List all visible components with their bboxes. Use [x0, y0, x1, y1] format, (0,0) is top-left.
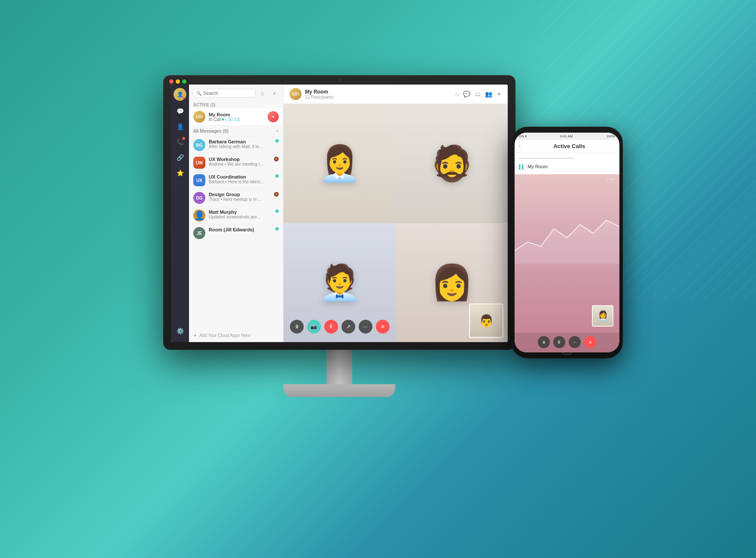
header-home-icon[interactable]: ⌂ [455, 91, 459, 97]
video-area: ⤢ ↗ 👩‍💼 [284, 104, 508, 342]
end-call-btn[interactable]: ✕ [376, 320, 390, 334]
msg-preview: Updated screenshots are... [209, 215, 265, 219]
more-button[interactable]: ··· [359, 320, 372, 334]
phone-mic-button[interactable]: 🎙 [553, 336, 565, 348]
msg-name: Barbara German [209, 139, 272, 144]
list-item[interactable]: BG Barbara German After talking with Mat… [189, 136, 283, 154]
video-grid-bottom: 🧑‍💼 ⏸ 📷 🎙 ↗ ··· ✕ [284, 223, 508, 343]
active-room-avatar: MR [193, 111, 205, 123]
msg-preview: Andrew • We are meeting in the big conf.… [209, 162, 265, 167]
active-room-name: My Room [209, 112, 264, 117]
phone-chart-svg [515, 174, 619, 301]
unread-badge [275, 227, 279, 230]
phone-nav-title: Active Calls [524, 143, 615, 149]
header-files-icon[interactable]: 🗂 [475, 91, 481, 97]
pause-button[interactable]: ⏸ [290, 320, 304, 334]
main-room-info: My Room 12 Participants [305, 89, 333, 100]
person-1: 👩‍💼 [284, 104, 396, 223]
phone-pause-button[interactable]: ⏸ [538, 336, 550, 348]
monitor-bezel: 👤 💬 👤 📞 🔗 ⭐ ⚙️ [163, 75, 515, 350]
list-item[interactable]: JE Room (Jill Edwards) [189, 224, 283, 242]
sidebar-item-contacts[interactable]: 👤 [173, 120, 187, 133]
app-main: MR My Room 12 Participants ⌂ 💬 🗂 👥 [284, 85, 508, 342]
msg-preview: Barbara • Here is the latest report [209, 179, 265, 184]
msg-name: Matt Murphy [209, 209, 272, 215]
messages-header-text: All Messages (6) [193, 128, 229, 133]
msg-avatar: 👤 [193, 209, 205, 221]
list-item[interactable]: UX UX Coordination Barbara • Here is the… [189, 172, 283, 189]
phone: GS ▾ 9:41 AM 100% ‹ Active Calls ───────… [511, 127, 623, 358]
active-room-item[interactable]: MR My Room In Call ( 00:33) [189, 108, 283, 126]
phone-back-icon[interactable]: ‹ [519, 143, 521, 149]
video-cell-3: 🧑‍💼 ⏸ 📷 🎙 ↗ ··· ✕ [284, 223, 396, 343]
active-section-label: Active (1) [189, 101, 283, 108]
traffic-lights [169, 79, 186, 84]
sidebar-item-calls[interactable]: 📞 [173, 135, 187, 149]
screenshare-button[interactable]: ↗ [341, 320, 355, 334]
search-input-wrapper[interactable]: 🔍 Search [192, 89, 256, 97]
filter-icon[interactable]: ≡ [276, 128, 279, 133]
scene-wrapper: 👤 💬 👤 📞 🔗 ⭐ ⚙️ [120, 75, 636, 483]
phone-more-button[interactable]: ··· [569, 336, 581, 348]
msg-avatar: DG [193, 192, 205, 204]
active-room-status: In Call ( 00:33) [209, 117, 264, 122]
list-item[interactable]: 👤 Matt Murphy Updated screenshots are... [189, 207, 283, 224]
msg-content: Room (Jill Edwards) [209, 227, 272, 232]
end-call-button[interactable]: ✕ [268, 111, 279, 122]
header-settings-icon[interactable]: ✦ [497, 91, 502, 97]
phone-signal: GS ▾ [519, 134, 527, 138]
sidebar-item-starred[interactable]: ⭐ [173, 166, 187, 180]
app-sidebar: 👤 💬 👤 📞 🔗 ⭐ ⚙️ [171, 85, 189, 342]
sidebar-item-files[interactable]: 🔗 [173, 151, 187, 164]
camera-button[interactable]: 📷 [307, 320, 321, 334]
cloud-apps-label: Add Your Cloud Apps Here [199, 333, 250, 338]
minimize-button[interactable] [176, 79, 180, 84]
cloud-apps-row[interactable]: ✦ Add Your Cloud Apps Here [189, 329, 283, 342]
msg-meta [275, 227, 279, 230]
add-button[interactable]: + [269, 88, 280, 98]
phone-battery: 100% [607, 134, 615, 138]
list-item[interactable]: DG Design Group Tracy • Next meetup is i… [189, 189, 283, 207]
msg-content: UX Workshop Andrew • We are meeting in t… [209, 157, 270, 167]
msg-meta: 🔕 [274, 157, 279, 161]
phone-screen: GS ▾ 9:41 AM 100% ‹ Active Calls ───────… [515, 133, 619, 352]
main-header: MR My Room 12 Participants ⌂ 💬 🗂 👥 [284, 85, 508, 104]
msg-meta: 🔕 [274, 192, 279, 197]
phone-call-item[interactable]: ▌▌ My Room [519, 162, 615, 171]
call-timer: ( 00:33) [225, 117, 240, 122]
video-controls: ⏸ 📷 🎙 ↗ ··· ✕ [290, 320, 390, 334]
msg-content: Design Group Tracy • Next meetup is in S… [209, 192, 270, 202]
search-input[interactable]: Search [203, 91, 218, 96]
msg-name: UX Coordination [209, 174, 272, 179]
cloud-apps-icon: ✦ [193, 333, 197, 338]
mic-button[interactable]: 🎙 [324, 320, 338, 334]
phone-call-name: My Room [527, 164, 548, 169]
phone-nav: ‹ Active Calls [515, 140, 619, 152]
main-room-name: My Room [305, 89, 333, 95]
msg-avatar: BG [193, 139, 205, 151]
home-icon-btn[interactable]: ⌂ [257, 88, 268, 98]
phone-active-calls: ────────────────── ▌▌ My Room [515, 152, 619, 174]
app-panel: 🔍 Search ⌂ + Active (1) MR [189, 85, 284, 342]
self-view-video: 👨 [469, 303, 503, 338]
sidebar-item-settings[interactable]: ⚙️ [173, 324, 187, 338]
unread-badge [275, 209, 279, 213]
sidebar-item-messages[interactable]: 💬 [173, 104, 187, 118]
monitor-screen: 👤 💬 👤 📞 🔗 ⭐ ⚙️ [171, 85, 508, 342]
msg-meta [275, 209, 279, 213]
maximize-button[interactable] [182, 79, 186, 84]
phone-time: 9:41 AM [560, 134, 573, 138]
msg-avatar: UW [193, 157, 205, 169]
svg-marker-0 [515, 220, 619, 264]
list-item[interactable]: UW UX Workshop Andrew • We are meeting i… [189, 154, 283, 172]
user-avatar[interactable]: 👤 [174, 88, 186, 101]
search-bar: 🔍 Search ⌂ + [189, 85, 283, 101]
msg-content: Matt Murphy Updated screenshots are... [209, 209, 272, 219]
phone-end-call-button[interactable]: ✕ [584, 336, 596, 348]
header-members-icon[interactable]: 👥 [485, 91, 492, 97]
header-chat-icon[interactable]: 💬 [463, 91, 470, 97]
signal-icon: ▌▌ [519, 164, 525, 169]
close-button[interactable] [169, 79, 174, 84]
search-icon: 🔍 [196, 91, 201, 96]
status-dot [222, 118, 224, 121]
